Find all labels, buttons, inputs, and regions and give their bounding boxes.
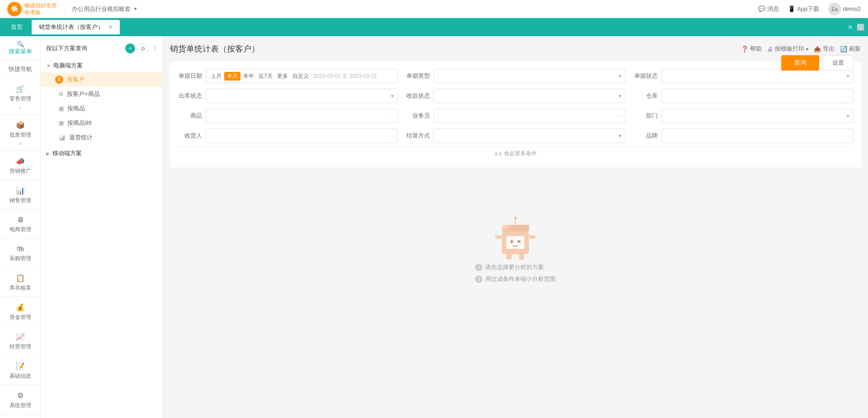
out-status-select[interactable]: ▾ xyxy=(206,89,398,103)
department-label: 部门 xyxy=(633,112,658,120)
tab-close-icon[interactable]: ✕ xyxy=(108,24,113,30)
message-icon: 💬 xyxy=(758,5,765,12)
sidebar-item-marketing[interactable]: 📣 营销推广 xyxy=(0,151,40,180)
goods-label: 商品 xyxy=(177,112,202,120)
scheme-panel-title: 按以下方案查询 xyxy=(46,44,87,52)
scheme-collapse-btn[interactable]: 《 xyxy=(151,44,157,52)
marketing-icon: 📣 xyxy=(16,157,25,166)
sidebar-item-retail[interactable]: 🛒 零售管理 ▴ xyxy=(0,78,40,114)
filter-collapse-btn[interactable]: ∧∧ 收起更多条件 xyxy=(177,147,854,160)
content-wrapper: 🔍 搜索菜单 快捷导航 🛒 零售管理 ▴ 📦 批发管理 ▴ 📣 营销推广 � xyxy=(0,36,868,418)
retail-icon: 🛒 xyxy=(16,85,25,93)
help-btn[interactable]: ❓ 帮助 xyxy=(741,45,762,53)
scheme-item-by-goods[interactable]: ▦ 按商品 xyxy=(41,101,162,116)
payment-status-select[interactable]: ▾ xyxy=(434,89,626,103)
consignee-input[interactable]: ··· xyxy=(206,128,398,143)
purchase-icon: 🛍 xyxy=(17,245,24,253)
download-icon: 📱 xyxy=(788,5,795,12)
scheme-item-refund-stats-icon: 📊 xyxy=(59,134,66,141)
scheme-panel: 按以下方案查询 + ⊙ 《 ▼ 电脑端方案 客 按客户 xyxy=(41,36,163,418)
sidebar-item-enterprise[interactable]: 🤝 企业协同 xyxy=(0,414,40,418)
sidebar-item-purchase[interactable]: 🛍 采购管理 xyxy=(0,238,40,267)
tip-num-1: 1 xyxy=(475,264,482,271)
logo-icon: 畅 xyxy=(7,2,22,16)
sidebar-item-quick-nav[interactable]: 快捷导航 xyxy=(0,61,40,78)
warehouse-input[interactable]: ··· xyxy=(661,89,854,103)
user-profile[interactable]: Ea demo2 xyxy=(828,3,861,15)
scheme-item-by-customer-goods[interactable]: ⊞ 按客户+商品 xyxy=(41,87,162,101)
payment-status-label: 收款状态 xyxy=(405,92,430,100)
scheme-add-btn[interactable]: + xyxy=(125,43,135,53)
finance-icon: 💰 xyxy=(16,303,25,312)
refresh-btn[interactable]: 🔄 刷新 xyxy=(840,45,861,53)
sidebar-item-sales[interactable]: 📊 销售管理 xyxy=(0,180,40,209)
top-bar-dropdown[interactable]: ▾ xyxy=(134,6,137,12)
goods-input[interactable]: ··· xyxy=(206,109,398,123)
sidebar-item-basic[interactable]: 📝 基础信息 xyxy=(0,356,40,385)
tab-bar-right: ✕ ⬜ xyxy=(848,24,864,31)
sidebar-item-finance[interactable]: 💰 资金管理 xyxy=(0,297,40,326)
scheme-item-refund-stats[interactable]: 📊 退货统计 xyxy=(41,130,162,145)
top-bar-title: 办公用品行业模拟账套 xyxy=(72,5,131,13)
scheme-item-by-customer-goods-icon: ⊞ xyxy=(59,91,63,97)
warehouse-dots-icon: ··· xyxy=(844,92,849,100)
sidebar-item-search-menu[interactable]: 🔍 搜索菜单 xyxy=(0,36,40,61)
date-btn-custom[interactable]: 自定义 xyxy=(291,72,311,81)
tab-close-all-btn[interactable]: ✕ xyxy=(848,24,853,31)
scheme-group-pc-label: 电脑端方案 xyxy=(53,62,83,70)
filter-department-cell: 部门 ▾ xyxy=(633,109,854,123)
app-download-btn[interactable]: 📱 App下载 xyxy=(788,5,819,13)
filter-salesperson-cell: 业务员 ··· xyxy=(405,109,626,123)
sidebar-item-wholesale[interactable]: 📦 批发管理 ▴ xyxy=(0,114,40,151)
bill-type-select[interactable]: ▾ xyxy=(434,69,626,83)
date-input-group[interactable]: 上月 本月 本年 近7天 更多 自定义 2023-03-01 至 2023-03… xyxy=(206,69,398,83)
export-btn[interactable]: 📤 导出 xyxy=(814,45,835,53)
brand-dots-icon: ··· xyxy=(844,132,849,139)
print-arrow-icon: ▾ xyxy=(806,47,808,52)
department-select[interactable]: ▾ xyxy=(661,109,854,123)
settlement-select[interactable]: ▾ xyxy=(434,128,626,143)
filter-bill-type-cell: 单据类型 ▾ xyxy=(405,69,626,83)
action-buttons-panel: 查询 设置 xyxy=(781,55,854,71)
sidebar-item-system[interactable]: ⚙ 系统管理 xyxy=(0,385,40,414)
tab-home[interactable]: 首页 xyxy=(4,20,30,34)
date-btn-more[interactable]: 更多 xyxy=(275,72,290,81)
salesperson-input[interactable]: ··· xyxy=(434,109,626,123)
date-btn-this-year[interactable]: 本年 xyxy=(241,72,256,81)
bill-status-select[interactable]: ▾ xyxy=(661,69,854,83)
scheme-item-by-customer-icon: 客 xyxy=(55,76,63,84)
collapse-up-icon: ∧∧ xyxy=(494,151,502,157)
tab-sales-stats[interactable]: 销货单统计表（按客户） ✕ xyxy=(32,20,120,34)
settings-btn[interactable]: 设置 xyxy=(823,55,854,71)
nav-sidebar: 🔍 搜索菜单 快捷导航 🛒 零售管理 ▴ 📦 批发管理 ▴ 📣 营销推广 � xyxy=(0,36,41,418)
tab-restore-btn[interactable]: ⬜ xyxy=(857,24,864,31)
scheme-edit-btn[interactable]: ⊙ xyxy=(138,43,148,53)
sidebar-item-inventory[interactable]: 📋 库存核算 xyxy=(0,267,40,297)
scheme-group-mobile-header[interactable]: ▶ 移动端方案 xyxy=(41,147,162,160)
template-print-btn[interactable]: 🖨 按模板打印 ▾ xyxy=(767,45,808,53)
filter-brand-cell: 品牌 ··· xyxy=(633,128,854,143)
basic-icon: 📝 xyxy=(16,362,25,370)
date-btn-this-month[interactable]: 本月 xyxy=(224,72,241,81)
scheme-item-by-customer[interactable]: 客 按客户 xyxy=(41,72,162,87)
query-btn[interactable]: 查询 xyxy=(781,55,819,71)
scheme-item-by-customer-label: 按客户 xyxy=(67,76,85,84)
messages-btn[interactable]: 💬 消息 xyxy=(758,5,779,13)
scheme-group-pc: ▼ 电脑端方案 客 按客户 ⊞ 按客户+商品 ▦ 按商品 xyxy=(41,59,162,145)
ecommerce-icon: 🖥 xyxy=(17,216,24,224)
brand-input[interactable]: ··· xyxy=(661,128,854,143)
svg-rect-11 xyxy=(529,235,536,239)
scheme-group-pc-header[interactable]: ▼ 电脑端方案 xyxy=(41,59,162,72)
retail-arrow: ▴ xyxy=(19,104,21,109)
refresh-icon: 🔄 xyxy=(840,46,847,52)
scheme-item-by-goods-99-label: 按商品99 xyxy=(67,119,91,127)
empty-tips: 1 请先选择要分析的方案 2 用过滤条件来缩小分析范围 xyxy=(475,263,556,287)
date-btn-7days[interactable]: 近7天 xyxy=(257,72,274,81)
svg-rect-1 xyxy=(506,236,524,249)
sidebar-item-ecommerce[interactable]: 🖥 电商管理 xyxy=(0,209,40,238)
svg-point-6 xyxy=(508,251,509,253)
scheme-group-mobile-arrow: ▶ xyxy=(46,151,50,156)
scheme-item-by-goods-99[interactable]: ▦ 按商品99 xyxy=(41,116,162,130)
sidebar-item-operation[interactable]: 📈 经营管理 xyxy=(0,326,40,356)
date-btn-last-month[interactable]: 上月 xyxy=(209,72,223,81)
